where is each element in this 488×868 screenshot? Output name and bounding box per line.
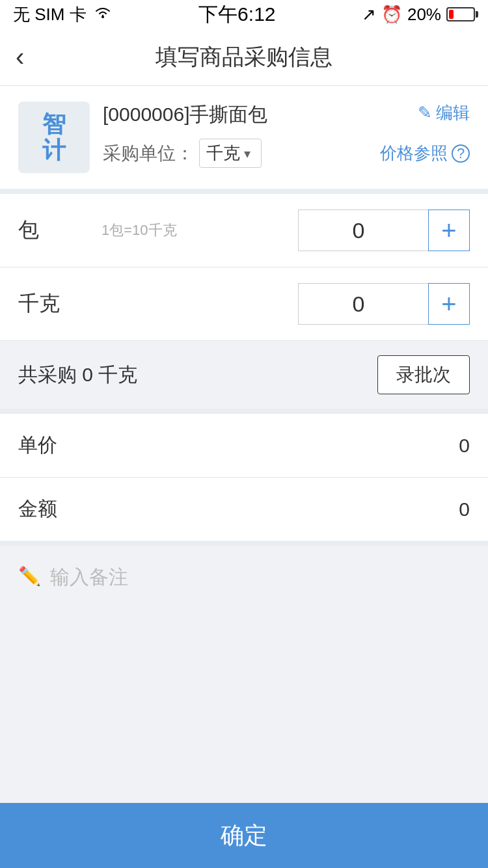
logo-text1: 智 (42, 111, 66, 137)
product-unit-row: 采购单位： 千克 ▾ 价格参照 ? (103, 139, 470, 168)
status-bar: 无 SIM 卡 下午6:12 ↗ ⏰ 20% (0, 0, 488, 29)
unit-label: 采购单位： (103, 141, 194, 166)
logo-text2: 计 (42, 137, 66, 163)
kg-plus-button[interactable]: + (428, 283, 470, 325)
edit-icon: ✎ (418, 103, 432, 123)
product-name: [0000006]手撕面包 (103, 102, 267, 128)
bag-input[interactable] (298, 210, 428, 251)
kg-quantity-row: 千克 + (0, 267, 488, 340)
location-icon: ↗ (362, 5, 376, 25)
kg-input[interactable] (298, 283, 428, 325)
bag-sublabel: 1包=10千克 (102, 221, 177, 240)
product-image: 智 计 (18, 102, 90, 173)
alarm-icon: ⏰ (381, 5, 402, 25)
battery-icon (446, 7, 475, 21)
note-placeholder: 输入备注 (50, 564, 128, 591)
kg-label: 千克 (18, 290, 96, 318)
edit-button[interactable]: ✎ 编辑 (418, 102, 470, 124)
status-right: ↗ ⏰ 20% (362, 5, 475, 25)
nav-bar: ‹ 填写商品采购信息 (0, 29, 488, 86)
chevron-down-icon: ▾ (244, 146, 251, 161)
wifi-icon (93, 5, 113, 25)
page-title: 填写商品采购信息 (156, 42, 332, 72)
battery-fill (449, 10, 454, 19)
bag-input-group: + (298, 210, 470, 251)
help-icon: ? (452, 144, 470, 163)
amount-row: 金额 0 (0, 478, 488, 541)
unit-select[interactable]: 千克 ▾ (199, 139, 262, 168)
back-button[interactable]: ‹ (16, 42, 24, 72)
price-section: 单价 0 金额 0 (0, 414, 488, 546)
bag-plus-button[interactable]: + (428, 210, 470, 251)
confirm-button[interactable]: 确定 (0, 803, 488, 868)
quantity-section: 包 1包=10千克 + 千克 + (0, 194, 488, 341)
amount-label: 金额 (18, 496, 57, 522)
status-time: 下午6:12 (198, 1, 275, 28)
pencil-icon: ✏️ (18, 565, 41, 587)
price-ref-button[interactable]: 价格参照 ? (380, 142, 470, 165)
summary-row: 共采购 0 千克 录批次 (0, 341, 488, 409)
product-header: [0000006]手撕面包 ✎ 编辑 (103, 102, 470, 128)
product-card: 智 计 [0000006]手撕面包 ✎ 编辑 采购单位： 千克 ▾ 价格参照 (0, 86, 488, 194)
kg-input-group: + (298, 283, 470, 325)
bag-quantity-row: 包 1包=10千克 + (0, 194, 488, 267)
product-info: [0000006]手撕面包 ✎ 编辑 采购单位： 千克 ▾ 价格参照 ? (103, 102, 470, 168)
summary-section: 共采购 0 千克 录批次 (0, 341, 488, 414)
note-section[interactable]: ✏️ 输入备注 (0, 546, 488, 793)
svg-point-0 (102, 16, 104, 18)
battery-percent: 20% (407, 5, 441, 25)
batch-button[interactable]: 录批次 (377, 355, 470, 394)
unit-price-label: 单价 (18, 432, 57, 459)
unit-price-row: 单价 0 (0, 414, 488, 478)
status-left: 无 SIM 卡 (13, 3, 113, 26)
unit-price-value: 0 (459, 435, 470, 457)
amount-value: 0 (459, 498, 470, 521)
bag-label: 包 (18, 216, 96, 245)
summary-text: 共采购 0 千克 (18, 362, 137, 388)
carrier-text: 无 SIM 卡 (13, 3, 87, 26)
